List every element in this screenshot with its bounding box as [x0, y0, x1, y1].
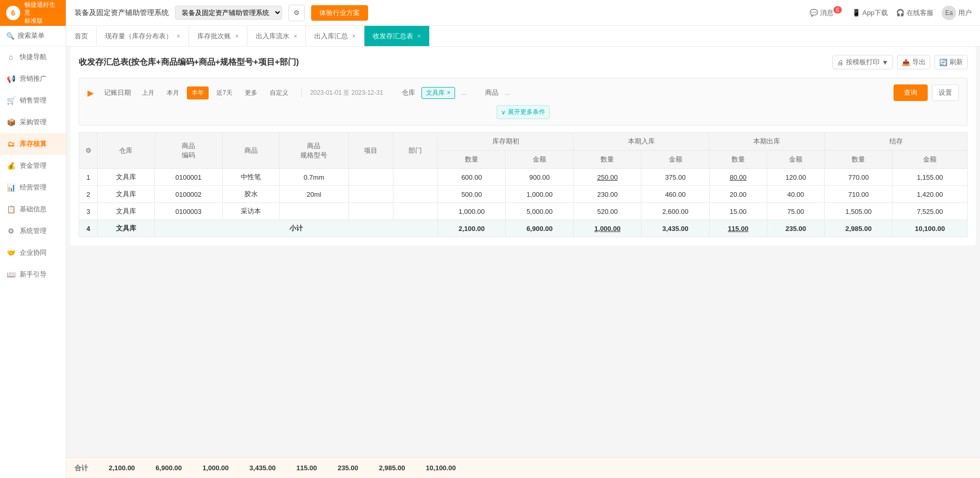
- app-logo-text: 畅捷通好生意 标准版: [24, 1, 60, 25]
- row-inbound-qty[interactable]: 250.00: [574, 169, 641, 186]
- row-balance-amt: 1,420.00: [893, 186, 968, 203]
- message-icon: 💬: [810, 9, 818, 17]
- sidebar-item-basic[interactable]: 📋基础信息: [0, 198, 66, 220]
- warehouse-tag-close-btn[interactable]: ×: [447, 89, 450, 96]
- message-btn[interactable]: 💬 消息 6: [810, 8, 844, 18]
- sidebar-item-enterprise[interactable]: 🤝企业协同: [0, 242, 66, 264]
- date-btn-更多[interactable]: 更多: [240, 86, 262, 99]
- col-goods-spec-header: 商品规格型号: [280, 133, 349, 169]
- goods-more-btn[interactable]: ...: [505, 89, 510, 96]
- row-goods-spec: 20ml: [280, 186, 349, 203]
- total-label: 合计: [75, 463, 88, 473]
- tab-home[interactable]: 首页: [66, 26, 97, 47]
- sidebar-item-label-guide: 新手引导: [20, 270, 47, 279]
- sidebar-item-label-inventory: 库存核算: [20, 139, 47, 149]
- tab-close-inventory-dist[interactable]: ×: [177, 33, 180, 40]
- query-btn[interactable]: 查询: [894, 84, 928, 101]
- date-btn-自定义[interactable]: 自定义: [265, 86, 293, 99]
- row-balance-amt: 1,155.00: [893, 169, 968, 186]
- table-header-row-1: ⚙ 仓库 商品编码 商品 商品规格型号 项目 部门 库存期初 本期入库 本期出库…: [79, 133, 968, 151]
- page-title-actions: 🖨 按模板打印 ▼ 📤 导出 🔄 刷新: [832, 55, 968, 69]
- table-row: 1 文具库 0100001 中性笔 0.7mm 600.00 900.00 25…: [79, 169, 968, 186]
- app-download-label: App下载: [862, 8, 888, 18]
- content-area: 收发存汇总表(按仓库+商品编码+商品+规格型号+项目+部门) 🖨 按模板打印 ▼…: [70, 47, 976, 245]
- export-btn[interactable]: 📤 导出: [897, 55, 930, 69]
- tab-close-receive-summary[interactable]: ×: [417, 33, 421, 40]
- subtotal-opening-qty: 2,100.00: [437, 220, 505, 237]
- online-service-label: 在线客服: [906, 8, 933, 18]
- tab-close-batch[interactable]: ×: [235, 33, 239, 40]
- user-btn[interactable]: Ea 用户: [942, 6, 972, 20]
- row-opening-amt: 1,000.00: [506, 186, 574, 203]
- tab-inout-flow[interactable]: 出入库流水×: [247, 26, 306, 47]
- expand-arrow-btn[interactable]: ▶: [87, 88, 94, 98]
- tab-inout-summary[interactable]: 出入库汇总×: [306, 26, 364, 47]
- sidebar-item-label-purchase: 采购管理: [20, 118, 47, 127]
- col-opening-amt-header: 金额: [506, 151, 574, 169]
- sidebar-logo: 6 畅捷通好生意 标准版: [0, 0, 66, 26]
- col-outbound-amt-header: 金额: [767, 151, 824, 169]
- col-inbound-amt-header: 金额: [641, 151, 709, 169]
- app-logo-icon: 6: [6, 6, 20, 20]
- row-balance-amt: 7,525.00: [893, 203, 968, 220]
- finance-icon: 💰: [6, 161, 16, 170]
- row-goods-code: 0100002: [154, 186, 222, 203]
- row-opening-amt: 5,000.00: [506, 203, 574, 220]
- warehouse-more-btn[interactable]: ...: [461, 89, 466, 96]
- phone-icon: 📱: [852, 9, 860, 17]
- sidebar-item-label-enterprise: 企业协同: [20, 248, 47, 257]
- experience-industry-btn[interactable]: 体验行业方案: [311, 5, 368, 21]
- topbar-right: 💬 消息 6 📱 App下载 🎧 在线客服 Ea 用户: [810, 6, 972, 20]
- col-settings-header[interactable]: ⚙: [79, 133, 98, 169]
- sidebar-item-quick-nav[interactable]: ⌂快捷导航: [0, 46, 66, 68]
- date-btn-本年[interactable]: 本年: [187, 86, 209, 99]
- sidebar-item-finance[interactable]: 💰资金管理: [0, 155, 66, 177]
- app-download-btn[interactable]: 📱 App下载: [852, 8, 888, 18]
- data-table-container: ⚙ 仓库 商品编码 商品 商品规格型号 项目 部门 库存期初 本期入库 本期出库…: [79, 132, 968, 237]
- row-warehouse: 文具库: [98, 169, 155, 186]
- print-btn[interactable]: 🖨 按模板打印 ▼: [832, 55, 893, 69]
- sidebar-item-purchase[interactable]: 📦采购管理: [0, 111, 66, 133]
- main-content: 收发存汇总表(按仓库+商品编码+商品+规格型号+项目+部门) 🖨 按模板打印 ▼…: [66, 47, 980, 478]
- sidebar-item-inventory[interactable]: 🗂库存核算: [0, 133, 66, 155]
- tab-close-inout-flow[interactable]: ×: [294, 33, 297, 40]
- filter-setting-btn[interactable]: 设置: [932, 84, 959, 101]
- col-inbound-qty-header: 数量: [574, 151, 641, 169]
- sidebar-item-guide[interactable]: 📖新手引导: [0, 264, 66, 285]
- sidebar-search[interactable]: 🔍 搜索菜单: [0, 26, 66, 46]
- subtotal-balance-qty: 2,985.00: [825, 220, 893, 237]
- tab-receive-summary[interactable]: 收发存汇总表×: [364, 26, 430, 47]
- date-btn-上月[interactable]: 上月: [137, 86, 159, 99]
- sidebar-item-marketing[interactable]: 📢营销推广: [0, 68, 66, 90]
- sidebar-item-sales[interactable]: 🛒销售管理: [0, 90, 66, 111]
- sidebar-item-operations[interactable]: 📊经营管理: [0, 177, 66, 198]
- topbar-left: 装备及固定资产辅助管理系统 装备及固定资产辅助管理系统 ⚙ 体验行业方案: [75, 5, 368, 21]
- row-outbound-qty: 15.00: [709, 203, 767, 220]
- expand-more-conditions-btn[interactable]: ∨ 展开更多条件: [496, 105, 550, 119]
- sidebar-search-label: 搜索菜单: [18, 31, 45, 40]
- row-goods-name: 胶水: [223, 186, 280, 203]
- subtotal-row: 4 文具库 小计 2,100.00 6,900.00 1,000.00 3,43…: [79, 220, 968, 237]
- row-outbound-qty[interactable]: 80.00: [709, 169, 767, 186]
- row-inbound-qty: 520.00: [574, 203, 641, 220]
- sidebar-item-system[interactable]: ⚙系统管理: [0, 220, 66, 242]
- row-warehouse: 文具库: [98, 186, 155, 203]
- row-no: 1: [79, 169, 98, 186]
- refresh-btn[interactable]: 🔄 刷新: [934, 55, 968, 69]
- col-dept-header: 部门: [393, 133, 437, 169]
- topbar-gear-btn[interactable]: ⚙: [288, 5, 305, 21]
- date-btn-近7天[interactable]: 近7天: [212, 86, 237, 99]
- tab-batch[interactable]: 库存批次账×: [189, 26, 247, 47]
- topbar-system-select[interactable]: 装备及固定资产辅助管理系统: [175, 6, 282, 20]
- tab-inventory-dist[interactable]: 现存量（库存分布表）×: [97, 26, 189, 47]
- date-filter-group: 上月本月本年近7天更多自定义: [137, 86, 293, 99]
- online-service-btn[interactable]: 🎧 在线客服: [896, 8, 933, 18]
- tab-close-inout-summary[interactable]: ×: [352, 33, 356, 40]
- table-row: 3 文具库 0100003 采访本 1,000.00 5,000.00 520.…: [79, 203, 968, 220]
- subtotal-no: 4: [79, 220, 98, 237]
- system-icon: ⚙: [6, 226, 16, 236]
- total-opening-qty: 2,100.00: [109, 464, 135, 472]
- row-opening-qty: 600.00: [437, 169, 505, 186]
- print-icon: 🖨: [837, 59, 844, 66]
- date-btn-本月[interactable]: 本月: [162, 86, 184, 99]
